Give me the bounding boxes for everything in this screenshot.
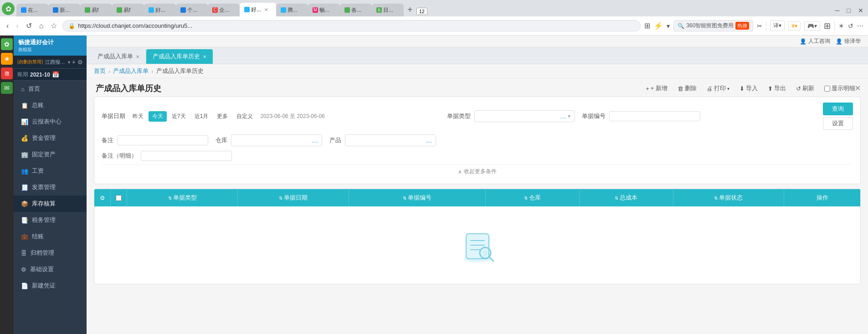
- product-select[interactable]: ...: [345, 134, 436, 146]
- close-button[interactable]: ✕: [855, 6, 866, 15]
- search-bar-right[interactable]: 🔍 360智能抠图免费用 热搜: [673, 20, 753, 31]
- tab-close-product-list[interactable]: ✕: [136, 54, 139, 59]
- browser-logo[interactable]: ✿: [2, 2, 15, 15]
- note-detail-filter-input[interactable]: [141, 151, 232, 161]
- settings-gear-icon[interactable]: ⚙: [77, 59, 83, 66]
- user-avatar[interactable]: 👤 徐泽华: [836, 37, 861, 45]
- tab-in-bar-12[interactable]: S 目...: [372, 4, 404, 16]
- forward-button[interactable]: ›: [14, 20, 20, 32]
- translate-icon[interactable]: 译▾: [770, 21, 785, 31]
- app-icon-star[interactable]: ★: [1, 53, 13, 65]
- app-icon-email[interactable]: ✉: [1, 82, 13, 94]
- tab-in-bar-7[interactable]: C 企...: [208, 4, 240, 16]
- bookmark-button[interactable]: ☆: [49, 20, 59, 32]
- browser-dropdown[interactable]: ▾: [667, 22, 670, 30]
- tab-in-bar-10[interactable]: M 畅...: [308, 4, 340, 16]
- consult-button[interactable]: 👤 人工咨询: [800, 37, 830, 45]
- sidebar-item-settlement[interactable]: 💼 结账: [14, 228, 87, 245]
- sidebar-item-payroll[interactable]: 👥 工资: [14, 163, 87, 179]
- undo-icon[interactable]: ↺: [848, 22, 853, 30]
- breadcrumb-item1[interactable]: 产成品入库单: [113, 67, 149, 75]
- col-cost[interactable]: ⇅ 总成本: [580, 189, 673, 206]
- tab-product-history[interactable]: 产成品入库单历史 ✕: [146, 49, 213, 64]
- col-date[interactable]: ⇅ 单据日期: [238, 189, 349, 206]
- tab-close-product-history[interactable]: ✕: [203, 54, 206, 59]
- calendar-icon[interactable]: 📅: [52, 71, 59, 78]
- col-warehouse[interactable]: ⇅ 仓库: [486, 189, 580, 206]
- home-button[interactable]: ⌂: [37, 20, 46, 32]
- maximize-button[interactable]: □: [844, 6, 853, 15]
- warehouse-dots[interactable]: ...: [312, 136, 318, 144]
- col-no[interactable]: ⇅ 单据编号: [349, 189, 486, 206]
- tab-add-button[interactable]: +: [404, 5, 416, 15]
- browser-extension-grid[interactable]: ⊞: [644, 21, 650, 30]
- query-button[interactable]: 查询: [823, 103, 853, 115]
- tab-in-bar-2[interactable]: 新...: [48, 4, 80, 16]
- app-icon-chanjet[interactable]: ✿: [1, 38, 13, 50]
- export-button[interactable]: ⬆ 导出: [764, 83, 790, 94]
- no-filter-input[interactable]: [609, 111, 700, 121]
- sidebar-item-home[interactable]: ⌂ 首页: [14, 81, 87, 97]
- sidebar-item-archive[interactable]: 🗄 归档管理: [14, 245, 87, 261]
- minimize-button[interactable]: ─: [832, 6, 842, 15]
- note-filter-input[interactable]: [117, 135, 208, 145]
- show-detail-toggle[interactable]: 显示明细: [821, 83, 859, 94]
- warehouse-select[interactable]: ...: [231, 134, 322, 146]
- refresh-button[interactable]: ↺ 刷新: [792, 83, 818, 94]
- date-tab-custom[interactable]: 自定义: [233, 111, 257, 122]
- company-select[interactable]: 江西报宝测试专用: [45, 59, 66, 66]
- collapse-button[interactable]: ∧ 收起更多条件: [102, 164, 853, 178]
- import-button[interactable]: ⬇ 导入: [736, 83, 761, 94]
- refresh-button[interactable]: ↺: [24, 20, 34, 32]
- print-button[interactable]: 🖨 打印 ▾: [703, 83, 733, 94]
- sidebar-item-inventory[interactable]: 📦 库存核算: [14, 195, 87, 212]
- browser-extension-lightning[interactable]: ⚡: [654, 21, 663, 30]
- active-tab-close[interactable]: ✕: [264, 7, 268, 12]
- tab-in-bar-6[interactable]: 个...: [176, 4, 208, 16]
- col-checkbox[interactable]: [111, 189, 127, 206]
- tab-in-bar-3[interactable]: 易f: [80, 4, 112, 16]
- grid-icon[interactable]: ⊞: [824, 21, 831, 31]
- date-tab-yesterday[interactable]: 昨天: [129, 111, 147, 122]
- sun-icon[interactable]: ☀: [838, 22, 844, 30]
- sidebar-item-ledger[interactable]: 📋 总账: [14, 97, 87, 113]
- delete-button[interactable]: 🗑 删除: [674, 83, 700, 94]
- tab-in-bar-1[interactable]: 在...: [16, 4, 48, 16]
- select-all-checkbox[interactable]: [116, 195, 122, 201]
- date-tab-more[interactable]: 更多: [213, 111, 231, 122]
- scissors-icon[interactable]: ✂: [757, 22, 762, 30]
- company-dropdown-icon[interactable]: ▾: [68, 60, 70, 65]
- product-dots[interactable]: ...: [426, 136, 432, 144]
- tab-in-bar-4[interactable]: 易f: [112, 4, 144, 16]
- tab-in-bar-9[interactable]: 腾...: [276, 4, 308, 16]
- url-bar[interactable]: 🔒 https://cloud.chanjet.com/accounting/u…: [62, 20, 641, 31]
- type-select[interactable]: ... ▾: [474, 110, 575, 122]
- tab-product-list[interactable]: 产成品入库单 ✕: [91, 49, 146, 64]
- type-select-dots[interactable]: ...: [560, 112, 566, 120]
- date-tab-last-month[interactable]: 近1月: [191, 111, 212, 122]
- settings-button[interactable]: 设置: [823, 117, 853, 130]
- tab-in-bar-11[interactable]: 各...: [340, 4, 372, 16]
- print-dropdown-icon[interactable]: ▾: [727, 86, 729, 91]
- tab-in-bar-5[interactable]: 好...: [144, 4, 176, 16]
- col-type[interactable]: ⇅ 单据类型: [127, 189, 238, 206]
- tab-active[interactable]: 好... ✕: [240, 3, 276, 16]
- show-detail-checkbox[interactable]: [824, 86, 830, 92]
- date-tab-last7[interactable]: 近7天: [168, 111, 190, 122]
- sidebar-item-reports[interactable]: 📊 云报表中心: [14, 113, 87, 130]
- date-tab-today[interactable]: 今天: [149, 111, 167, 122]
- sidebar-item-tax[interactable]: 📑 税务管理: [14, 212, 87, 228]
- type-select-arrow[interactable]: ▾: [568, 113, 570, 119]
- col-status[interactable]: ⇅ 单据状态: [673, 189, 784, 206]
- yuan-icon[interactable]: ¥▾: [788, 21, 801, 31]
- more-icon[interactable]: ⋯: [857, 22, 863, 30]
- back-button[interactable]: ‹: [5, 20, 10, 32]
- sidebar-item-invoice[interactable]: 🧾 发票管理: [14, 179, 87, 195]
- breadcrumb-home[interactable]: 首页: [94, 67, 106, 75]
- sidebar-item-cash[interactable]: 💰 资金管理: [14, 130, 87, 146]
- add-company-icon[interactable]: +: [72, 58, 76, 66]
- sidebar-item-voucher[interactable]: 📄 新建凭证: [14, 277, 87, 294]
- sidebar-item-fixed[interactable]: 🏢 固定资产: [14, 146, 87, 163]
- col-gear[interactable]: ⚙: [94, 189, 111, 206]
- game-icon[interactable]: 🎮▾: [804, 21, 820, 31]
